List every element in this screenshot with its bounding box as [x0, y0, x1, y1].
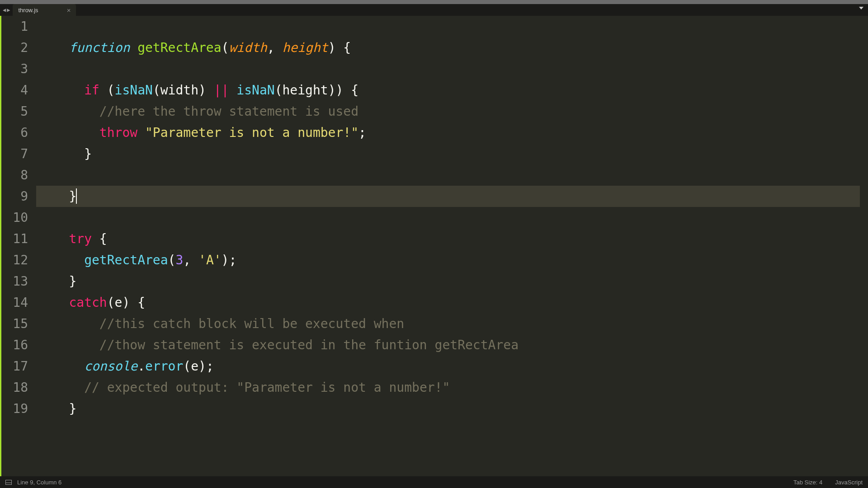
code-line[interactable]	[36, 58, 860, 80]
code-line[interactable]	[36, 16, 860, 37]
code-line[interactable]: }	[36, 271, 860, 292]
nav-arrows: ◀ ▶	[0, 4, 13, 16]
code-line[interactable]: }	[36, 143, 860, 164]
line-number: 6	[1, 122, 28, 143]
line-number: 9	[1, 186, 28, 207]
line-number: 5	[1, 101, 28, 122]
code-area[interactable]: function getRectArea(width, height) { if…	[36, 16, 860, 476]
nav-back-icon[interactable]: ◀	[3, 7, 6, 13]
chevron-down-icon[interactable]	[859, 7, 863, 9]
code-line[interactable]	[36, 207, 860, 228]
tab-bar: ◀ ▶ throw.js ×	[0, 4, 868, 16]
line-number: 12	[1, 249, 28, 271]
code-line[interactable]: }	[36, 398, 860, 419]
code-line[interactable]: }	[36, 186, 860, 207]
status-bar: Line 9, Column 6 Tab Size: 4 JavaScript	[0, 476, 868, 488]
line-number: 13	[1, 271, 28, 292]
code-line[interactable]: //thow statement is executed in the funt…	[36, 334, 860, 356]
code-line[interactable]: catch(e) {	[36, 292, 860, 313]
minimap[interactable]	[860, 16, 868, 476]
editor[interactable]: 1 2 3 4 5 6 7 8 9 10 11 12 13 14 15 16 1…	[0, 16, 868, 476]
code-line[interactable]: try {	[36, 228, 860, 249]
tab-size[interactable]: Tab Size: 4	[793, 479, 822, 486]
line-number: 7	[1, 143, 28, 164]
line-number: 3	[1, 58, 28, 80]
line-number: 4	[1, 80, 28, 101]
line-number: 14	[1, 292, 28, 313]
code-line[interactable]: // expected output: "Parameter is not a …	[36, 377, 860, 398]
line-number: 8	[1, 164, 28, 186]
tab-label: throw.js	[18, 7, 38, 14]
window-titlebar	[0, 0, 868, 4]
language-mode[interactable]: JavaScript	[835, 479, 863, 486]
close-icon[interactable]: ×	[67, 6, 71, 14]
line-number: 15	[1, 313, 28, 334]
code-line[interactable]: console.error(e);	[36, 356, 860, 377]
panel-toggle-icon[interactable]	[5, 480, 12, 485]
code-line[interactable]	[36, 164, 860, 186]
line-number: 10	[1, 207, 28, 228]
cursor-position[interactable]: Line 9, Column 6	[17, 479, 61, 486]
line-number: 18	[1, 377, 28, 398]
line-number: 19	[1, 398, 28, 419]
code-line[interactable]: getRectArea(3, 'A');	[36, 249, 860, 271]
nav-forward-icon[interactable]: ▶	[7, 7, 10, 13]
line-number: 16	[1, 334, 28, 356]
line-number: 1	[1, 16, 28, 37]
line-number: 2	[1, 37, 28, 58]
code-line[interactable]: function getRectArea(width, height) {	[36, 37, 860, 58]
code-line[interactable]: if (isNaN(width) || isNaN(height)) {	[36, 80, 860, 101]
line-gutter: 1 2 3 4 5 6 7 8 9 10 11 12 13 14 15 16 1…	[1, 16, 36, 476]
code-line[interactable]: //here the throw statement is used	[36, 101, 860, 122]
line-number: 11	[1, 228, 28, 249]
text-cursor	[76, 188, 77, 204]
code-line[interactable]: throw "Parameter is not a number!";	[36, 122, 860, 143]
line-number: 17	[1, 356, 28, 377]
code-line[interactable]: //this catch block will be executed when	[36, 313, 860, 334]
tab-throw-js[interactable]: throw.js ×	[13, 4, 76, 16]
